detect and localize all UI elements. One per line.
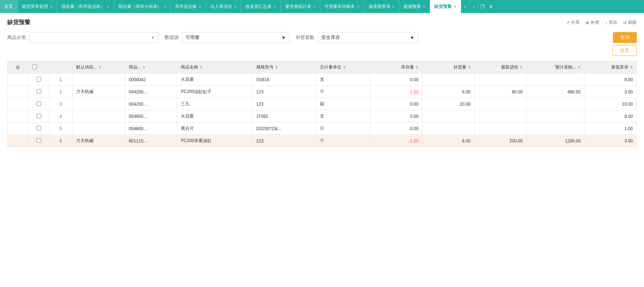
- cell-unit-4: 只: [316, 123, 370, 135]
- th-latest-price[interactable]: 最新进价 ⇅: [474, 61, 526, 74]
- cell-code-5: 801110...: [125, 135, 177, 147]
- tab-available[interactable]: 可用量库存账本 ×: [320, 0, 364, 13]
- row-checkbox-1[interactable]: [36, 89, 41, 94]
- cell-min-stock-2: 10.00: [584, 98, 637, 110]
- row-checkbox-2[interactable]: [36, 101, 41, 106]
- settings-button[interactable]: 设置: [612, 45, 637, 56]
- tab-close-batch[interactable]: ×: [199, 4, 201, 9]
- th-stock[interactable]: 库存量 ⇅: [370, 61, 422, 74]
- cell-spec-2: 123: [252, 98, 316, 110]
- cell-index-2: 3: [49, 98, 72, 110]
- sort-spec-icon: ⇅: [275, 65, 278, 69]
- replenish-base-select[interactable]: 安全库存 ▼: [317, 32, 418, 43]
- tab-batch[interactable]: 库存批次账 ×: [171, 0, 206, 13]
- tab-close-requisition[interactable]: ×: [313, 4, 316, 9]
- tab-close-available[interactable]: ×: [357, 4, 359, 9]
- page-header: 缺货预警 ↗ 分享 ⊕ 补货 ↓ 导出 ↺ 刷新: [7, 19, 637, 26]
- cell-estimate-2: [526, 98, 584, 110]
- tab-close-shortage[interactable]: ×: [454, 4, 456, 9]
- tab-home[interactable]: 首页: [0, 0, 18, 13]
- datasource-select[interactable]: 可用量 ▼: [182, 32, 290, 43]
- th-spec[interactable]: 规格型号 ⇅: [252, 61, 316, 74]
- tab-close-exception[interactable]: ×: [50, 4, 52, 9]
- cell-supplier-0: [72, 74, 125, 86]
- tab-restore-button[interactable]: ❐: [478, 0, 487, 13]
- datasource-value: 可用量: [186, 34, 200, 41]
- cell-estimate-5: 1200.00: [526, 135, 584, 147]
- row-checkbox-4[interactable]: [36, 126, 41, 131]
- cell-supplier-2: [72, 98, 125, 110]
- th-unit[interactable]: 主计量单位 ⇅: [316, 61, 370, 74]
- cell-spec-4: DS250*23c...: [252, 123, 316, 135]
- tab-inout[interactable]: 出入库流水 ×: [206, 0, 241, 13]
- share-button[interactable]: ↗ 分享: [566, 19, 580, 26]
- cell-min-stock-0: 8.00: [584, 74, 637, 86]
- th-supplier[interactable]: 默认供应... ⇅: [72, 61, 125, 74]
- cell-spec-3: J7092: [252, 110, 316, 123]
- category-filter-group: 商品分类 ▼: [7, 32, 159, 43]
- cell-unit-0: 支: [316, 74, 370, 86]
- row-checkbox-0[interactable]: [36, 77, 41, 81]
- tab-exception[interactable]: 炼货异常处理 ×: [18, 0, 57, 13]
- cell-latest-price-3: [474, 110, 526, 123]
- category-select[interactable]: ▼: [29, 32, 159, 43]
- select-all-checkbox[interactable]: [32, 65, 37, 69]
- replenish-button[interactable]: ⊕ 补货: [586, 19, 599, 26]
- tab-close-stock-dist[interactable]: ×: [164, 4, 166, 9]
- tab-stock-dist[interactable]: 现存量（库存分布表） ×: [114, 0, 171, 13]
- refresh-button[interactable]: ↺ 刷新: [623, 19, 637, 26]
- cell-min-stock-4: 1.00: [584, 123, 637, 135]
- cell-code-2: 004200...: [125, 98, 177, 110]
- row-checkbox-5[interactable]: [36, 138, 41, 143]
- query-button[interactable]: 查询: [613, 32, 637, 43]
- table-row: 3 004200... 三九 123 箱 0.00 20.00 10.00: [8, 98, 637, 110]
- category-label: 商品分类: [7, 34, 26, 41]
- tab-close-overstock[interactable]: ×: [423, 4, 425, 9]
- cell-latest-price-4: [474, 123, 526, 135]
- tab-close-inout[interactable]: ×: [234, 4, 236, 9]
- data-table: ⚙ 默认供应... ⇅ 商品... ⇅: [7, 61, 637, 147]
- sort-min-icon: ⇅: [630, 65, 633, 69]
- cell-supplier-3: [72, 110, 125, 123]
- sort-stock-icon: ⇅: [415, 65, 418, 69]
- gear-icon[interactable]: ⚙: [16, 65, 20, 70]
- cell-stock-2: 0.00: [370, 98, 422, 110]
- cell-index-1: 2: [49, 86, 72, 98]
- cell-unit-5: 个: [316, 135, 370, 147]
- th-name[interactable]: 商品名称 ⇅: [177, 61, 253, 74]
- tab-shortage[interactable]: 缺货预警 ×: [430, 0, 461, 13]
- table-row: 1 0000042 火花塞 SS816 支 0.00 8.00: [8, 74, 637, 86]
- tab-close-collect[interactable]: ×: [274, 4, 276, 9]
- cell-code-3: 004600...: [125, 110, 177, 123]
- cell-gear-5: [8, 135, 29, 147]
- tab-next-button[interactable]: ›: [470, 0, 478, 13]
- replenish-icon: ⊕: [586, 20, 589, 25]
- cell-check-4: [28, 123, 49, 135]
- sort-price-icon: ⇅: [520, 65, 523, 69]
- cell-latest-price-0: [474, 74, 526, 86]
- export-button[interactable]: ↓ 导出: [605, 19, 617, 26]
- th-code[interactable]: 商品... ⇅: [125, 61, 177, 74]
- export-icon: ↓: [605, 20, 607, 25]
- tab-overstock[interactable]: 超储预警 ×: [399, 0, 430, 13]
- cell-min-stock-1: 3.00: [584, 86, 637, 98]
- th-replenish[interactable]: 补货量 ⇅: [422, 61, 474, 74]
- tab-stock-status[interactable]: 现存量（库存状况表） ×: [57, 0, 114, 13]
- th-estimate-purchase[interactable]: 预计采购... ⇅: [526, 61, 584, 74]
- tab-collect[interactable]: 收发存汇总表 ×: [241, 0, 280, 13]
- tab-requisition[interactable]: 要货单统计表 ×: [281, 0, 320, 13]
- row-checkbox-3[interactable]: [36, 114, 41, 118]
- cell-name-3: 火花塞: [177, 110, 253, 123]
- th-min-stock[interactable]: 最低库存 ⇅: [584, 61, 637, 74]
- table-row: 4 004600... 火花塞 J7092 支 0.00 8.00: [8, 110, 637, 123]
- tab-prev-button[interactable]: ‹: [461, 0, 470, 13]
- datasource-label: 数据源: [165, 34, 179, 41]
- tab-close-expiry[interactable]: ×: [392, 4, 395, 9]
- tab-expiry[interactable]: 保质期查询 ×: [364, 0, 399, 13]
- tab-close-all-button[interactable]: ✕: [487, 0, 496, 13]
- sort-code-icon: ⇅: [143, 65, 145, 69]
- tab-close-stock-status[interactable]: ×: [107, 4, 109, 9]
- cell-latest-price-2: [474, 98, 526, 110]
- cell-stock-0: 0.00: [370, 74, 422, 86]
- sort-name-icon: ⇅: [200, 65, 203, 69]
